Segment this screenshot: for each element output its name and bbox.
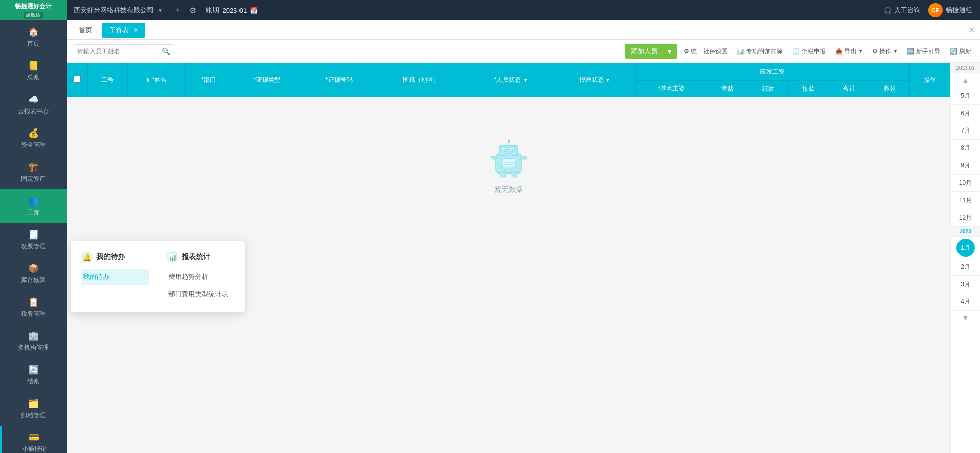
no-data-cell: 暂无数据	[67, 97, 950, 236]
payroll-tab-label: 工资表	[109, 26, 129, 35]
chevron-down-icon[interactable]: ▼	[158, 8, 163, 13]
col-checkbox	[67, 63, 88, 97]
sidebar-item-expense[interactable]: 💳 小畅报销 ◀	[0, 426, 67, 453]
support-btn[interactable]: 🎧 人工咨询	[884, 6, 921, 15]
search-icon[interactable]: 🔍	[162, 47, 170, 55]
sidebar-item-ledger[interactable]: 📒 总账	[0, 54, 67, 88]
logo-badge: 旗舰版	[24, 12, 43, 19]
sidebar-item-checkout[interactable]: 🔄 结账	[0, 358, 67, 392]
operations-label: 操作	[879, 47, 891, 56]
month-item-feb[interactable]: 2月	[951, 258, 980, 276]
period-value: 2023-01	[222, 7, 247, 14]
todo-section-icon: 🔔	[81, 251, 93, 263]
social-insurance-btn[interactable]: ⚙ 统一社保设置	[681, 47, 730, 56]
add-company-btn[interactable]: +	[170, 0, 186, 20]
logo-text: 畅捷通好会计	[15, 2, 52, 11]
month-panel-header: 2023.01	[951, 63, 980, 73]
toolbar-right: 添加人员 ▼ ⚙ 统一社保设置 📊 专项附加扣除 🧾 个税申报	[625, 44, 974, 59]
col-allowance: 津贴	[707, 81, 748, 97]
popup-todo-item[interactable]: 我的待办	[81, 269, 149, 285]
social-insurance-label: 统一社保设置	[691, 47, 728, 56]
nav-up-arrow[interactable]: ▲	[951, 73, 980, 88]
company-selector[interactable]: 西安虾米网络科技有限公司 ▼	[67, 0, 170, 20]
sidebar-item-tax[interactable]: 📋 税务管理	[0, 291, 67, 325]
operations-btn[interactable]: ⚙ 操作 ▼	[869, 47, 900, 56]
month-item-nov[interactable]: 11月	[951, 192, 980, 209]
export-dropdown-icon: ▼	[858, 49, 863, 54]
month-item-aug[interactable]: 8月	[951, 140, 980, 157]
multi-org-icon: 🏢	[28, 331, 39, 341]
search-box[interactable]: 🔍	[73, 44, 175, 58]
col-deduction: 扣款	[788, 81, 829, 97]
svg-point-6	[512, 149, 514, 151]
month-item-oct[interactable]: 10月	[951, 175, 980, 192]
tab-bar: 首页 工资表 ✕ ✕	[67, 20, 980, 40]
window-close-btn[interactable]: ✕	[968, 25, 975, 35]
col-payable-group: 应发工资	[636, 63, 910, 81]
tab-home[interactable]: 首页	[72, 23, 99, 38]
sidebar: 🏠 首页 📒 总账 ☁️ 云报表中心 💰 资金管理 🏗️ 固定资产 👥 工	[0, 20, 67, 453]
month-item-sep[interactable]: 9月	[951, 157, 980, 175]
new-guide-btn[interactable]: 🆕 新手引导	[904, 47, 943, 56]
popup-section-todo: 🔔 我的待办 我的待办	[81, 251, 149, 302]
archive-icon: 🗂️	[28, 398, 39, 409]
month-item-dec[interactable]: 12月	[951, 209, 980, 227]
tab-payroll-table[interactable]: 工资表 ✕	[102, 23, 145, 38]
sidebar-item-multi-org[interactable]: 🏢 多机构管理	[0, 325, 67, 358]
header-right: 🎧 人工咨询 CE 畅捷通组	[884, 0, 980, 20]
period-info: 账期 2023-01 📅	[201, 0, 263, 20]
month-item-apr[interactable]: 4月	[951, 293, 980, 311]
month-item-may[interactable]: 5月	[951, 88, 980, 105]
sidebar-item-payroll[interactable]: 👥 工资	[0, 189, 67, 223]
filter-icon[interactable]: ▼	[523, 77, 528, 83]
sidebar-item-home[interactable]: 🏠 首页	[0, 20, 67, 54]
export-icon: 📤	[835, 48, 843, 55]
payroll-icon: 👥	[28, 196, 39, 206]
search-input[interactable]	[77, 48, 159, 55]
sidebar-item-cloud-report[interactable]: ☁️ 云报表中心	[0, 88, 67, 122]
month-item-jan-active[interactable]: 1月	[956, 239, 975, 257]
avatar: CE	[928, 3, 943, 17]
col-pension: 养老	[869, 81, 909, 97]
month-item-jun[interactable]: 6月	[951, 105, 980, 122]
sidebar-item-archive[interactable]: 🗂️ 归档管理	[0, 392, 67, 426]
popup-divider	[158, 251, 158, 302]
tax-icon: 📋	[28, 297, 39, 308]
col-dept: *部门	[186, 63, 231, 97]
sidebar-item-fixed-assets[interactable]: 🏗️ 固定资产	[0, 156, 67, 189]
sidebar-item-invoice[interactable]: 🧾 发票管理	[0, 223, 67, 257]
month-item-jul[interactable]: 7月	[951, 122, 980, 140]
month-item-mar[interactable]: 3月	[951, 276, 980, 293]
user-area[interactable]: CE 畅捷通组	[928, 3, 972, 17]
year-2023-label: 2023	[951, 227, 980, 237]
ledger-icon: 📒	[28, 60, 39, 71]
report-filter-icon[interactable]: ▼	[605, 77, 611, 83]
col-emp-no: 工号	[88, 63, 128, 97]
export-btn[interactable]: 📤 导出 ▼	[833, 47, 865, 56]
new-guide-label: 新手引导	[916, 47, 941, 56]
popup-report-item-2[interactable]: 部门费用类型统计表	[166, 287, 235, 302]
nav-down-arrow[interactable]: ▼	[951, 311, 980, 325]
add-person-btn[interactable]: 添加人员 ▼	[625, 44, 677, 59]
special-deduction-label: 专项附加扣除	[746, 47, 783, 56]
settings-icon[interactable]: ⚙	[185, 0, 201, 20]
fixed-assets-icon: 🏗️	[28, 162, 39, 172]
tab-close-icon[interactable]: ✕	[133, 27, 138, 34]
personal-tax-btn[interactable]: 🧾 个税申报	[790, 47, 829, 56]
refresh-btn[interactable]: 🔄 刷新	[947, 47, 974, 56]
report-section-icon: 📊	[166, 251, 179, 263]
special-deduction-btn[interactable]: 📊 专项附加扣除	[734, 47, 786, 56]
sidebar-item-inventory[interactable]: 📦 库存核算	[0, 257, 67, 291]
popup-report-item-1[interactable]: 费用趋势分析	[166, 269, 235, 285]
col-name: ⇅ *姓名	[128, 63, 186, 97]
svg-rect-9	[500, 172, 506, 177]
expense-icon: 💳	[29, 432, 39, 443]
inventory-icon: 📦	[28, 263, 39, 274]
checkout-icon: 🔄	[28, 364, 39, 375]
calendar-icon[interactable]: 📅	[250, 7, 258, 14]
col-total: 合计	[829, 81, 869, 97]
no-data-icon	[488, 138, 529, 179]
sidebar-item-funds[interactable]: 💰 资金管理	[0, 122, 67, 156]
select-all-checkbox[interactable]	[74, 76, 81, 83]
cloud-icon: ☁️	[28, 94, 39, 105]
